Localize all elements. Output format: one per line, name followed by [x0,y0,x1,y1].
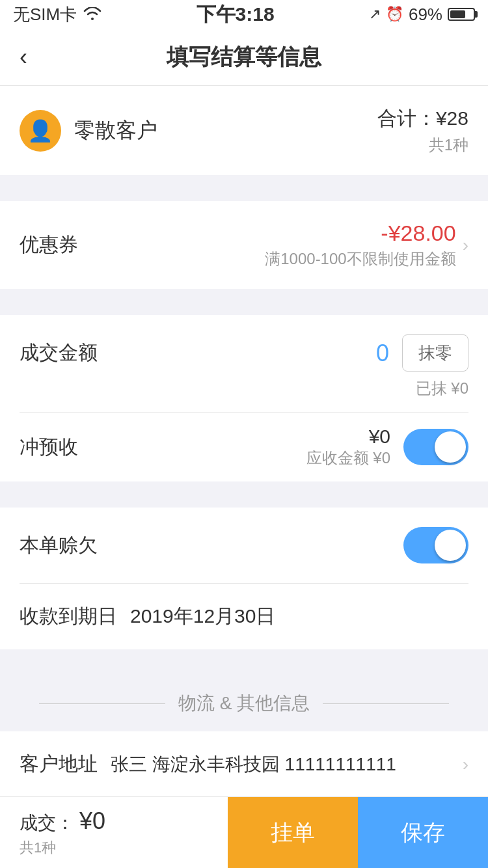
bottom-deal-amount: ¥0 [79,807,105,835]
bottom-left: 成交： ¥0 共1种 [0,807,228,858]
status-left: 无SIM卡 [13,3,102,26]
status-right: ↗ ⏰ 69% [369,5,475,25]
customer-section: 👤 零散客户 合计：¥28 共1种 [0,86,488,175]
customer-count: 共1种 [377,135,468,156]
customer-avatar: 👤 [20,110,61,152]
deal-sub: 已抹 ¥0 [0,378,488,412]
bottom-deal-label: 成交： [20,811,74,835]
coupon-amount: -¥28.00 [265,221,455,246]
debt-section: 本单赊欠 收款到期日 2019年12月30日 [0,508,488,649]
section-divider-4 [0,662,488,675]
customer-left: 👤 零散客户 [20,110,157,152]
logistics-header: 物流 & 其他信息 [0,675,488,731]
customer-total: 合计：¥28 [377,105,468,132]
prepay-sub: 应收金额 ¥0 [306,448,390,468]
due-date-value: 2019年12月30日 [130,603,275,630]
bottom-bar: 成交： ¥0 共1种 挂单 保存 [0,796,488,868]
debt-toggle[interactable] [403,527,468,563]
address-row[interactable]: 客户地址 张三 海淀永丰科技园 11111111111 › [0,731,488,797]
deal-amount-row: 成交金额 0 抹零 [0,315,488,378]
round-button[interactable]: 抹零 [402,334,468,372]
section-line-right [323,703,449,704]
prepay-amount-block: ¥0 应收金额 ¥0 [306,426,390,468]
status-time: 下午3:18 [197,1,275,28]
coupon-label: 优惠券 [20,232,78,258]
battery-percentage: 69% [409,5,442,25]
status-bar: 无SIM卡 下午3:18 ↗ ⏰ 69% [0,0,488,29]
logistics-header-label: 物流 & 其他信息 [178,691,310,716]
battery-icon [448,8,475,21]
debt-row: 本单赊欠 [0,508,488,583]
customer-name: 零散客户 [74,116,157,145]
customer-row: 👤 零散客户 合计：¥28 共1种 [0,86,488,175]
section-divider-3 [0,495,488,508]
prepay-toggle-knob [435,431,466,463]
debt-toggle-knob [435,530,466,561]
address-section: 客户地址 张三 海淀永丰科技园 11111111111 › [0,731,488,797]
nav-bar: ‹ 填写结算等信息 [0,29,488,86]
coupon-desc: 满1000-100不限制使用金额 [265,249,455,269]
coupon-section: 优惠券 -¥28.00 满1000-100不限制使用金额 › [0,201,488,289]
back-button[interactable]: ‹ [20,44,27,71]
bottom-deal-row: 成交： ¥0 [20,807,208,835]
customer-right: 合计：¥28 共1种 [377,105,468,156]
deal-amount-value: 0 [376,340,389,367]
coupon-row[interactable]: 优惠券 -¥28.00 满1000-100不限制使用金额 › [0,201,488,289]
bottom-count: 共1种 [20,838,208,858]
prepay-label: 冲预收 [20,434,78,461]
page-title: 填写结算等信息 [167,42,321,72]
address-value: 张三 海淀永丰科技园 11111111111 [111,752,463,777]
bottom-actions: 挂单 保存 [228,797,488,869]
due-date-label: 收款到期日 [20,603,117,630]
coupon-chevron-icon: › [463,235,468,256]
alarm-icon: ⏰ [386,6,403,23]
hang-button[interactable]: 挂单 [228,797,358,869]
location-icon: ↗ [369,6,381,23]
section-divider-1 [0,188,488,201]
prepay-right: ¥0 应收金额 ¥0 [306,426,468,468]
deal-amount-section: 成交金额 0 抹零 已抹 ¥0 冲预收 ¥0 应收金额 ¥0 [0,315,488,481]
address-chevron-icon: › [463,754,468,775]
address-label: 客户地址 [20,751,98,778]
debt-label: 本单赊欠 [20,532,98,559]
avatar-icon: 👤 [27,118,53,143]
wifi-icon [83,5,102,25]
prepay-toggle[interactable] [403,429,468,465]
carrier-text: 无SIM卡 [13,3,77,26]
content: 👤 零散客户 合计：¥28 共1种 优惠券 -¥28.00 满1000-100不… [0,86,488,868]
section-line-left [39,703,165,704]
coupon-right: -¥28.00 满1000-100不限制使用金额 › [265,221,468,269]
save-button[interactable]: 保存 [358,797,488,869]
prepay-amount: ¥0 [306,426,390,448]
coupon-right-content: -¥28.00 满1000-100不限制使用金额 [265,221,455,269]
due-date-row: 收款到期日 2019年12月30日 [0,584,488,649]
section-divider-2 [0,302,488,315]
prepay-row: 冲预收 ¥0 应收金额 ¥0 [0,413,488,481]
deal-amount-right: 0 抹零 [376,334,468,372]
deal-amount-label: 成交金额 [20,340,98,366]
prepay-left: 冲预收 [20,434,78,461]
